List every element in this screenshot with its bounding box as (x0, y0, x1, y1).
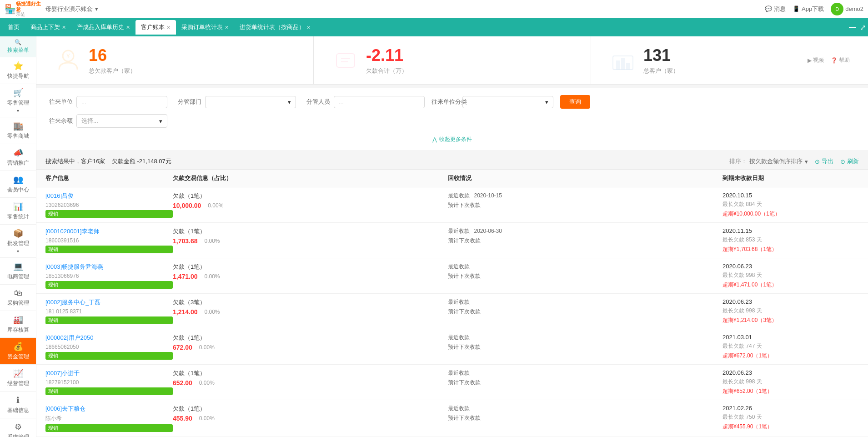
sidebar-item-finance[interactable]: 💰 资金管理 (0, 338, 36, 365)
sidebar-item-member[interactable]: 👥 会员中心 (0, 171, 36, 198)
overdue-link-6[interactable]: 超期¥455.90（1笔） (722, 423, 859, 431)
sidebar-search[interactable]: 🔍 搜索菜单 (0, 36, 36, 57)
filter-balance: 往来余额 选择... ▾ (45, 114, 167, 128)
help-btn[interactable]: ❓ 帮助 (831, 56, 850, 64)
tab-close-purchase-order[interactable]: ✕ (225, 25, 229, 30)
tab-product-off[interactable]: 商品上下架 ✕ (25, 20, 71, 35)
customer-name-2[interactable]: [0003]畅捷服务尹海燕 (45, 263, 173, 271)
tab-close-product-history[interactable]: ✕ (126, 25, 130, 30)
result-bar: 搜索结果中，客户16家 欠款金额 -21,148.07元 排序： 按欠款金额倒序… (36, 154, 868, 170)
customer-name-1[interactable]: [0001020001]李老师 (45, 227, 173, 236)
tab-close-product-off[interactable]: ✕ (62, 25, 66, 30)
marketing-icon: 📣 (13, 148, 23, 158)
sidebar-item-ecommerce[interactable]: 💻 电商管理 (0, 258, 36, 285)
overdue-info-6: 2021.02.26 最长欠款 750 天 超期¥455.90（1笔） (722, 405, 859, 431)
tab-purchase-stats[interactable]: 进货单统计表（按商品） ✕ (234, 20, 316, 35)
tab-close-purchase-stats[interactable]: ✕ (306, 25, 311, 30)
col-collection: 回收情况 (448, 174, 723, 182)
filter-from-unit: 往来单位 ... (45, 96, 167, 108)
from-unit-input[interactable]: ... (76, 96, 167, 108)
customer-name-5[interactable]: [0007]小进千 (45, 369, 173, 377)
sidebar-item-quick-nav[interactable]: ⭐ 快捷导航 (0, 57, 36, 84)
content-area: ¥ 16 总欠款客户（家） (36, 36, 868, 437)
tab-product-history[interactable]: 产成品入库单历史 ✕ (71, 20, 135, 35)
person-dots: ... (339, 99, 344, 105)
sidebar: 🔍 搜索菜单 ⭐ 快捷导航 🛒 零售管理 ▾ 🏬 零售商城 📣 营销推广 � (0, 36, 36, 437)
sidebar-item-retail-stats[interactable]: 📊 零售统计 (0, 198, 36, 225)
overdue-link-2[interactable]: 超期¥1,471.00（1笔） (722, 281, 859, 289)
search-btn[interactable]: 查询 (560, 95, 590, 109)
collapse-btn[interactable]: ⋀ 收起更多条件 (45, 133, 859, 146)
customer-info-3: [0002]服务中心_丁磊 181 0125 8371 现销 (45, 298, 173, 324)
sidebar-item-purchase[interactable]: 🛍 采购管理 (0, 285, 36, 311)
tab-minimize-icon[interactable]: — (849, 23, 856, 32)
customer-name-3[interactable]: [0002]服务中心_丁磊 (45, 298, 173, 306)
sidebar-item-inventory[interactable]: 🏭 库存核算 (0, 311, 36, 338)
collapse-icon: ⋀ (432, 136, 437, 143)
overdue-link-5[interactable]: 超期¥652.00（1笔） (722, 387, 859, 395)
sort-label: 按欠款金额倒序排序 (749, 157, 803, 166)
user-menu[interactable]: D demo2 (831, 3, 863, 15)
svg-rect-7 (621, 58, 625, 70)
collection-info-1: 最近收款 2020-06-30 预计下次收款 (448, 227, 723, 245)
overdue-info-3: 2020.06.23 最长欠款 998 天 超期¥1,214.00（3笔） (722, 298, 859, 324)
filter-area: 往来单位 ... 分管部门 ▾ 分管人员 (36, 88, 868, 150)
chevron-down-icon: ▾ (288, 99, 291, 105)
result-info: 搜索结果中，客户16家 欠款金额 -21,148.07元 (45, 157, 171, 166)
messages-btn[interactable]: 💬 消息 (765, 5, 786, 13)
customer-name-6[interactable]: [0006]去下粮仓 (45, 405, 173, 413)
tab-home[interactable]: 首页 (2, 20, 25, 35)
app-download-btn[interactable]: 📱 App下载 (793, 5, 824, 13)
table-row: [0001020001]李老师 18600391516 现销 欠款（1笔） 1,… (36, 223, 868, 258)
collection-info-5: 最近收款 预计下次收款 (448, 369, 723, 387)
logo: 🏪 畅捷通好生意 示范 (5, 1, 41, 17)
overdue-link-0[interactable]: 超期¥10,000.00（1笔） (722, 210, 859, 218)
customer-info-5: [0007]小进千 18279152100 现销 (45, 369, 173, 395)
overdue-info-1: 2020.11.15 最长欠款 853 天 超期¥1,703.68（1笔） (722, 227, 859, 253)
customer-name-4[interactable]: [000002]用户2050 (45, 334, 173, 342)
sidebar-item-basic-info[interactable]: ℹ 基础信息 (0, 392, 36, 418)
collection-info-4: 最近收款 预计下次收款 (448, 334, 723, 351)
sidebar-item-marketing[interactable]: 📣 营销推广 (0, 144, 36, 171)
video-btn[interactable]: ▶ 视频 (808, 56, 824, 64)
overdue-link-4[interactable]: 超期¥672.00（1笔） (722, 352, 859, 360)
sidebar-item-retail-mall[interactable]: 🏬 零售商城 (0, 117, 36, 144)
sidebar-item-business[interactable]: 📈 经营管理 (0, 365, 36, 392)
department-select[interactable]: ▾ (205, 96, 296, 108)
customer-info-1: [0001020001]李老师 18600391516 现销 (45, 227, 173, 253)
customers-icon (609, 47, 637, 74)
from-unit-dots: ... (81, 99, 86, 105)
sidebar-item-batch-mgmt[interactable]: 📦 批发管理 ▾ (0, 225, 36, 258)
tab-purchase-order[interactable]: 采购订单统计表 ✕ (176, 20, 234, 35)
tab-maximize-icon[interactable]: ⤢ (860, 23, 866, 32)
mall-icon: 🏬 (13, 121, 23, 131)
collection-info-6: 最近收款 预计下次收款 (448, 405, 723, 422)
store-selector[interactable]: 母婴行业演示账套 ▾ (41, 5, 103, 13)
chevron-down-icon: ▾ (545, 99, 548, 105)
overdue-link-1[interactable]: 超期¥1,703.68（1笔） (722, 246, 859, 253)
stat-total-customers: 131 总客户（家） ▶ 视频 ❓ 帮助 (591, 36, 868, 84)
refresh-icon: ⊙ (840, 158, 845, 165)
refresh-btn[interactable]: ⊙ 刷新 (840, 157, 859, 166)
filter-person: 分管人员 ... (303, 96, 425, 108)
table-row: [0002]服务中心_丁磊 181 0125 8371 现销 欠款（3笔） 1,… (36, 294, 868, 329)
customer-name-0[interactable]: [0016]吕俊 (45, 192, 173, 200)
sidebar-item-system[interactable]: ⚙ 系统管理 (0, 418, 36, 437)
balance-select[interactable]: 选择... ▾ (76, 114, 167, 128)
collection-info-0: 最近收款 2020-10-15 预计下次收款 (448, 192, 723, 209)
message-icon: 💬 (765, 5, 772, 12)
sidebar-item-retail-mgmt[interactable]: 🛒 零售管理 ▾ (0, 84, 36, 117)
tab-customer-account[interactable]: 客户账本 ✕ (135, 20, 176, 35)
col-customer-info: 客户信息 (45, 174, 173, 182)
download-icon: 📱 (793, 5, 800, 12)
export-btn[interactable]: ⊙ 导出 (815, 157, 833, 166)
tab-close-customer-account[interactable]: ✕ (166, 25, 171, 30)
debt-info-4: 欠款（1笔） 672.00 0.00% (173, 334, 448, 351)
sort-selector[interactable]: 排序： 按欠款金额倒序排序 ▾ (729, 157, 808, 166)
video-icon: ▶ (808, 57, 812, 64)
debtors-label: 总欠款客户（家） (89, 67, 136, 75)
unit-category-select[interactable]: ▾ (462, 96, 553, 108)
overdue-link-3[interactable]: 超期¥1,214.00（3笔） (722, 316, 859, 324)
result-actions: 排序： 按欠款金额倒序排序 ▾ ⊙ 导出 ⊙ 刷新 (729, 157, 859, 166)
person-input[interactable]: ... (334, 96, 425, 108)
